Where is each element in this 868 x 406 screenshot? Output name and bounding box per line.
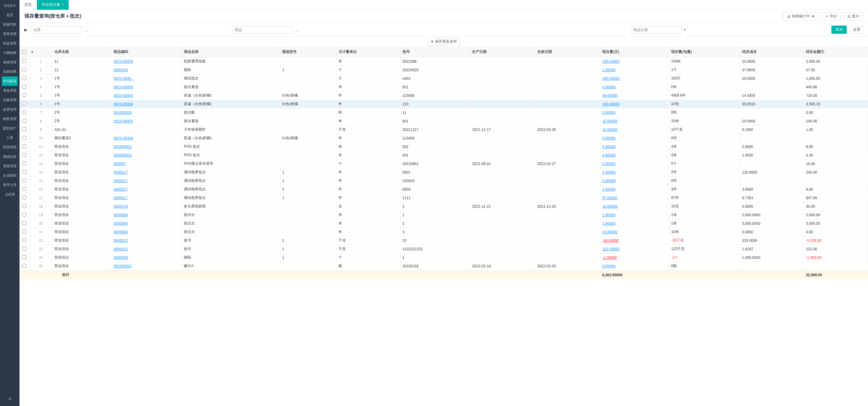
sidebar-item-10[interactable]: 发票管理 <box>2 105 18 114</box>
row-code[interactable]: 0000084 <box>112 219 182 228</box>
row-code[interactable]: 0023-00005 <box>112 91 182 100</box>
tab-current[interactable]: 库存批次量 × <box>37 0 69 10</box>
row-qty[interactable]: 3.00000 <box>600 185 669 194</box>
row-checkbox[interactable] <box>22 85 26 89</box>
sidebar-item-3[interactable]: 批发管理 <box>2 39 18 48</box>
row-qty[interactable]: 4.00000 <box>600 142 669 151</box>
row-code[interactable]: 0000084 <box>112 228 182 236</box>
sidebar-item-6[interactable]: 采购管理 <box>2 67 18 76</box>
row-qty[interactable]: 100.00000 <box>600 100 669 108</box>
row-code[interactable]: 0000012 <box>112 236 182 245</box>
sidebar-item-13[interactable]: 工资 <box>2 133 18 142</box>
row-code[interactable]: 0000078 <box>112 202 182 211</box>
settings-icon[interactable]: ⚙ <box>6 395 14 404</box>
sidebar-item-18[interactable]: 新手引导 <box>2 180 18 190</box>
sidebar-item-14[interactable]: 经营管理 <box>2 142 18 152</box>
sidebar-search[interactable]: 搜索菜单 <box>4 2 16 10</box>
row-checkbox[interactable] <box>22 153 26 157</box>
row-checkbox[interactable] <box>22 170 26 174</box>
row-code[interactable]: 0023-00009 <box>112 57 182 66</box>
row-code[interactable]: 0000029 <box>112 253 182 262</box>
row-code[interactable]: 0023-00005 <box>112 117 182 126</box>
row-checkbox[interactable] <box>22 136 26 140</box>
print-button[interactable]: 🖨 按模板打印 ▼ <box>783 12 819 21</box>
search-button[interactable]: 查询 <box>831 26 847 34</box>
sidebar-item-7[interactable]: 库存核算 <box>2 76 18 86</box>
tab-close-icon[interactable]: × <box>62 3 64 6</box>
display-button[interactable]: ☰ 显示 <box>843 12 863 21</box>
row-checkbox[interactable] <box>22 255 26 259</box>
row-checkbox[interactable] <box>22 204 26 208</box>
row-qty[interactable]: 100.00000 <box>600 74 669 83</box>
row-checkbox[interactable] <box>22 238 26 242</box>
row-qty[interactable]: 4.00000 <box>600 151 669 160</box>
row-qty[interactable]: 87.00000 <box>600 194 669 202</box>
row-checkbox[interactable] <box>22 230 26 234</box>
row-qty[interactable]: 0.00000 <box>600 262 669 270</box>
sidebar-item-19[interactable]: 云应用 <box>2 190 18 199</box>
row-code[interactable]: 0023-00008 <box>112 100 182 108</box>
row-checkbox[interactable] <box>22 127 26 131</box>
row-code[interactable]: 000900001 <box>112 151 182 160</box>
row-checkbox[interactable] <box>22 76 26 80</box>
row-code[interactable]: 0023-0000... <box>112 74 182 83</box>
row-code[interactable]: 0000017 <box>112 185 182 194</box>
sidebar-item-5[interactable]: 电商管理 <box>2 58 18 67</box>
row-qty[interactable]: 100.00000 <box>600 57 669 66</box>
row-code[interactable]: 000900001 <box>112 142 182 151</box>
category-input[interactable] <box>630 26 682 34</box>
row-qty[interactable]: 0.00000 <box>600 83 669 91</box>
settings-button[interactable]: 设置 <box>850 26 863 34</box>
select-all-checkbox[interactable] <box>22 49 26 54</box>
row-qty[interactable]: 1.00000 <box>600 219 669 228</box>
row-qty[interactable]: -1.00000 <box>600 253 669 262</box>
row-code[interactable]: 0023-00005 <box>112 83 182 91</box>
sidebar-item-2[interactable]: 零售管理 <box>2 29 18 39</box>
row-qty[interactable]: 1.00000 <box>600 211 669 219</box>
sidebar-item-15[interactable]: 基础信息 <box>2 152 18 162</box>
row-qty[interactable]: 10.00000 <box>600 202 669 211</box>
row-qty[interactable]: 1.00000 <box>600 66 669 74</box>
row-qty[interactable]: 10.00000 <box>600 126 669 134</box>
sidebar-item-0[interactable]: 首页 <box>2 10 18 20</box>
row-checkbox[interactable] <box>22 264 26 268</box>
row-code[interactable]: 000097 <box>112 160 182 168</box>
sidebar-item-12[interactable]: 固定资产 <box>2 124 18 133</box>
row-checkbox[interactable] <box>22 93 26 97</box>
product-input[interactable] <box>232 26 293 34</box>
row-qty[interactable]: 10.00000 <box>600 117 669 126</box>
row-checkbox[interactable] <box>22 187 26 191</box>
warehouse-input[interactable] <box>31 26 82 34</box>
row-checkbox[interactable] <box>22 68 26 72</box>
row-checkbox[interactable] <box>22 212 26 216</box>
row-code[interactable]: 001000031 <box>112 262 182 270</box>
row-checkbox[interactable] <box>22 221 26 225</box>
row-checkbox[interactable] <box>22 196 26 200</box>
filter-expand-toggle[interactable]: ▶ <box>24 28 27 32</box>
sidebar-item-8[interactable]: 资金管理 <box>2 86 18 95</box>
row-code[interactable]: 001000026 <box>112 108 182 117</box>
tab-home[interactable]: 首页 <box>20 0 37 10</box>
sidebar-item-9[interactable]: 总账管理 <box>2 95 18 105</box>
row-code[interactable]: 0000017 <box>112 194 182 202</box>
sidebar-item-11[interactable]: 税务管理 <box>2 114 18 124</box>
row-qty[interactable]: 122.00000 <box>600 245 669 253</box>
row-checkbox[interactable] <box>22 247 26 251</box>
export-button[interactable]: ↗ 导出 <box>822 12 841 21</box>
row-checkbox[interactable] <box>22 59 26 63</box>
row-qty[interactable]: 0.00000 <box>600 160 669 168</box>
row-qty[interactable]: 2.00000 <box>600 168 669 177</box>
row-qty[interactable]: 10.00000 <box>600 228 669 236</box>
row-checkbox[interactable] <box>22 110 26 114</box>
sidebar-item-4[interactable]: 小脑电商 <box>2 48 18 58</box>
row-code[interactable]: 0000084 <box>112 211 182 219</box>
row-checkbox[interactable] <box>22 119 26 123</box>
sidebar-item-16[interactable]: 系统管理 <box>2 162 18 171</box>
row-qty[interactable]: 0.00000 <box>600 177 669 185</box>
row-qty[interactable]: -16.00000 <box>600 236 669 245</box>
row-code[interactable]: 0000012 <box>112 245 182 253</box>
row-code[interactable]: 0000017 <box>112 168 182 177</box>
row-code[interactable]: 0000029 <box>112 66 182 74</box>
row-qty[interactable]: 0.00000 <box>600 108 669 117</box>
row-qty[interactable]: 49.60000 <box>600 91 669 100</box>
